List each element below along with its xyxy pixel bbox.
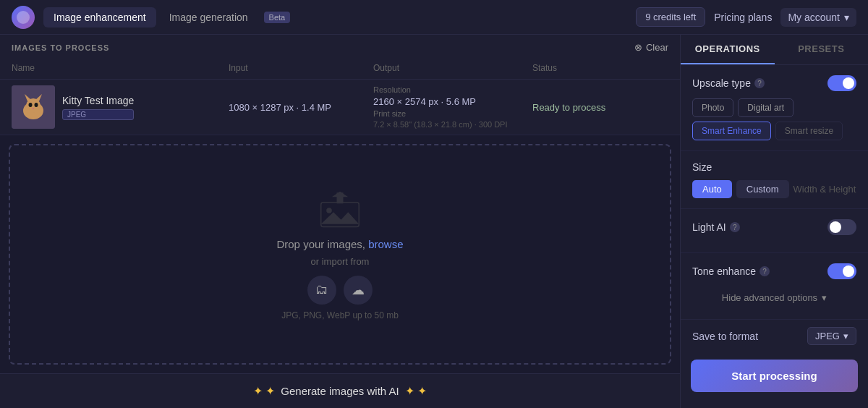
input-cell: 1080 × 1287 px · 1.4 MP	[229, 101, 373, 114]
start-processing-button[interactable]: Start processing	[691, 360, 858, 392]
status-badge: Ready to process	[532, 102, 605, 113]
print-size-label: Print size	[373, 109, 532, 118]
output-cell: Resolution 2160 × 2574 px · 5.6 MP Print…	[373, 85, 532, 129]
size-width-height-button[interactable]: Width & Height	[793, 184, 856, 195]
header-right: 9 credits left Pricing plans My account …	[636, 7, 856, 27]
format-label: Save to format	[692, 331, 758, 342]
app-header: Image enhancement Image generation Beta …	[0, 0, 868, 35]
import-icons: 🗂 ☁	[307, 276, 373, 305]
output-resolution: 2160 × 2574 px · 5.6 MP	[373, 96, 532, 107]
tone-enhance-row: Tone enhance ?	[692, 263, 856, 279]
svg-marker-10	[321, 212, 359, 224]
left-panel: IMAGES TO PROCESS ⊗ Clear Name Input Out…	[0, 35, 680, 408]
svg-point-6	[35, 103, 38, 107]
option-photo[interactable]: Photo	[692, 98, 733, 117]
drop-zone[interactable]: Drop your images, browse or import from …	[9, 144, 671, 365]
main-nav: Image enhancement Image generation Beta	[43, 7, 290, 27]
pricing-link[interactable]: Pricing plans	[714, 12, 772, 23]
option-smart-enhance[interactable]: Smart Enhance	[692, 122, 771, 140]
col-input: Input	[229, 60, 373, 76]
upscale-type-toggle[interactable]	[827, 75, 856, 91]
format-chevron-icon: ▾	[843, 331, 848, 341]
upscale-type-row: Upscale type ?	[692, 75, 856, 91]
output-label: Resolution	[373, 85, 532, 94]
col-status: Status	[532, 60, 677, 76]
advanced-options-button[interactable]: Hide advanced options ▾	[692, 286, 856, 309]
size-options: Auto Custom Width & Height	[692, 180, 856, 198]
main-content: IMAGES TO PROCESS ⊗ Clear Name Input Out…	[0, 35, 868, 408]
clear-label: Clear	[646, 42, 668, 53]
light-ai-info-icon[interactable]: ?	[730, 222, 740, 232]
chevron-down-icon: ▾	[822, 292, 827, 303]
panel-tabs: OPERATIONS PRESETS	[681, 35, 868, 65]
generate-bar[interactable]: ✦ ✦ Generate images with AI ✦ ✦	[0, 373, 680, 408]
sparkle-icon-left: ✦ ✦	[253, 384, 275, 398]
clear-icon: ⊗	[634, 42, 642, 53]
size-custom-button[interactable]: Custom	[736, 180, 789, 198]
upscale-type-options: Photo Digital art Smart Enhance Smart re…	[692, 98, 856, 140]
upscale-type-info-icon[interactable]: ?	[754, 78, 765, 88]
drop-text: Drop your images, browse	[276, 238, 403, 250]
cloud-import-button[interactable]: ☁	[344, 276, 373, 305]
col-name: Name	[12, 60, 229, 76]
cloud-icon: ☁	[352, 282, 365, 298]
format-value: JPEG	[815, 331, 840, 341]
size-label: Size	[692, 161, 712, 173]
col-output: Output	[373, 60, 532, 76]
file-cell: Kitty Test Image JPEG	[12, 85, 229, 129]
table-title: IMAGES TO PROCESS	[12, 43, 109, 52]
folder-import-button[interactable]: 🗂	[307, 276, 336, 305]
tone-enhance-info-icon[interactable]: ?	[760, 266, 770, 276]
light-ai-label: Light AI ?	[692, 221, 740, 233]
option-digital-art[interactable]: Digital art	[738, 98, 793, 117]
nav-tab-generation[interactable]: Image generation	[159, 7, 258, 27]
file-thumbnail	[12, 85, 55, 129]
account-button[interactable]: My account ▾	[780, 8, 856, 27]
credits-badge: 9 credits left	[636, 7, 705, 27]
file-badge: JPEG	[62, 109, 134, 120]
clear-button[interactable]: ⊗ Clear	[634, 42, 668, 53]
table-header-bar: IMAGES TO PROCESS ⊗ Clear	[0, 35, 680, 57]
size-section: Size Auto Custom Width & Height	[681, 151, 868, 209]
svg-marker-12	[332, 191, 349, 197]
tone-enhance-toggle[interactable]	[827, 263, 856, 279]
nav-tab-enhancement[interactable]: Image enhancement	[43, 7, 156, 27]
browse-link[interactable]: browse	[368, 238, 403, 250]
table-columns: Name Input Output Status	[0, 57, 680, 80]
file-info: Kitty Test Image JPEG	[62, 95, 134, 120]
file-name: Kitty Test Image	[62, 95, 134, 106]
account-label: My account	[788, 12, 840, 23]
import-text: or import from	[311, 256, 370, 267]
right-panel: OPERATIONS PRESETS Upscale type ? Photo …	[680, 35, 868, 408]
print-size-value: 7.2 × 8.58" (18.3 × 21.8 cm) · 300 DPI	[373, 120, 532, 129]
app-logo	[12, 6, 35, 29]
svg-point-9	[326, 208, 332, 213]
file-table: Name Input Output Status	[0, 57, 680, 135]
size-auto-button[interactable]: Auto	[692, 180, 732, 198]
upscale-type-label: Upscale type ?	[692, 77, 765, 89]
tone-enhance-label: Tone enhance ?	[692, 265, 770, 277]
tab-operations[interactable]: OPERATIONS	[681, 35, 775, 64]
beta-badge: Beta	[264, 12, 291, 23]
sparkle-icon-right: ✦ ✦	[405, 384, 427, 398]
tone-enhance-section: Tone enhance ? Hide advanced options ▾	[681, 253, 868, 320]
upload-icon	[318, 189, 362, 232]
folder-icon: 🗂	[315, 282, 328, 297]
size-row: Size	[692, 161, 856, 173]
file-types-label: JPG, PNG, WebP up to 50 mb	[281, 310, 399, 320]
format-select[interactable]: JPEG ▾	[807, 327, 856, 345]
upscale-type-section: Upscale type ? Photo Digital art Smart E…	[681, 65, 868, 151]
status-cell: Ready to process	[532, 101, 677, 114]
light-ai-section: Light AI ?	[681, 209, 868, 253]
option-smart-resize[interactable]: Smart resize	[775, 122, 843, 140]
table-row: Kitty Test Image JPEG 1080 × 1287 px · 1…	[0, 80, 680, 135]
tab-presets[interactable]: PRESETS	[775, 35, 869, 64]
generate-label: Generate images with AI	[281, 385, 399, 397]
light-ai-toggle[interactable]	[827, 219, 856, 235]
chevron-down-icon: ▾	[844, 12, 849, 23]
light-ai-row: Light AI ?	[692, 219, 856, 235]
svg-point-5	[29, 103, 33, 107]
input-dimensions: 1080 × 1287 px · 1.4 MP	[229, 102, 331, 113]
format-row: Save to format JPEG ▾	[681, 320, 868, 352]
advanced-options-label: Hide advanced options	[722, 292, 817, 303]
